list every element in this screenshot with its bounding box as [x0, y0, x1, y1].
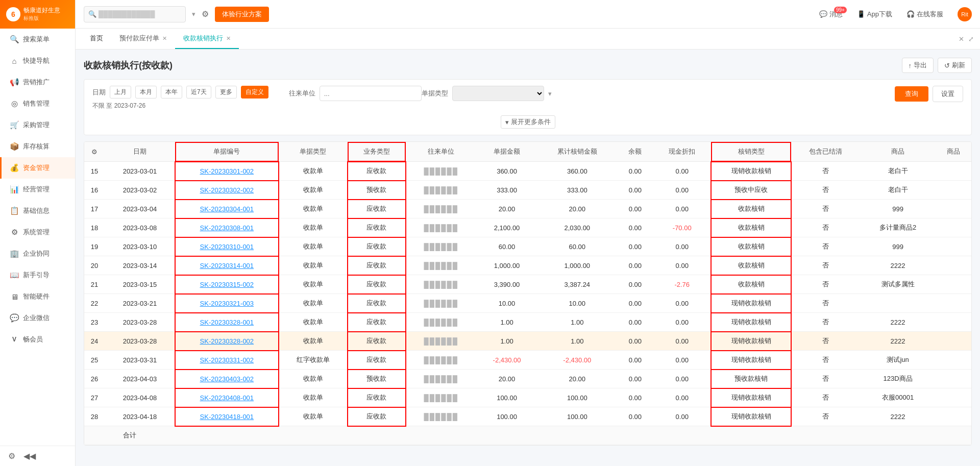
this-year-btn[interactable]: 本年 [161, 86, 182, 99]
doc-no-link[interactable]: SK-20230308-001 [200, 224, 254, 232]
query-button[interactable]: 查询 [895, 86, 928, 102]
row-include-settled: 否 [791, 332, 860, 351]
row-doc-type: 收款单 [279, 313, 348, 332]
sidebar-item-purchase[interactable]: 🛒 采购管理 [0, 114, 75, 136]
row-no: 21 [84, 275, 105, 294]
logo-icon: 6 [6, 7, 20, 21]
topbar-search-box[interactable]: 🔍 ████████████ [84, 6, 186, 22]
row-goods: 123D商品 [860, 370, 935, 388]
collapse-icon[interactable]: ◀◀ [23, 451, 36, 461]
dropdown-chevron-icon[interactable]: ▾ [192, 10, 195, 18]
industry-plan-button[interactable]: 体验行业方案 [215, 7, 269, 22]
counterparty-input[interactable] [320, 86, 422, 101]
table-row[interactable]: 192023-03-10SK-20230310-001收款单应收款██████6… [84, 237, 971, 256]
doc-no-link[interactable]: SK-20230321-003 [200, 300, 254, 307]
sidebar-item-label: 畅会员 [23, 335, 43, 344]
tab-prepay[interactable]: 预付款应付单 ✕ [111, 29, 175, 49]
doc-no-link[interactable]: SK-20230408-001 [200, 394, 254, 402]
row-doc-type: 红字收款单 [279, 351, 348, 370]
col-goods1: 商品 [860, 142, 935, 162]
online-service-area[interactable]: 🎧 在线客服 [906, 10, 943, 19]
sidebar-item-inventory[interactable]: 📦 库存核算 [0, 136, 75, 157]
doc-no-link[interactable]: SK-20230314-001 [200, 262, 254, 269]
tab-receipt-offset[interactable]: 收款核销执行 ✕ [175, 29, 239, 49]
export-label: 导出 [914, 61, 927, 70]
settings-gear-icon[interactable]: ⚙ [8, 451, 15, 461]
sidebar-item-search[interactable]: 🔍 搜索菜单 [0, 29, 75, 50]
row-balance: 0.00 [617, 218, 653, 237]
topbar-gear-icon[interactable]: ⚙ [202, 9, 209, 19]
table-row[interactable]: 182023-03-08SK-20230308-001收款单应收款██████2… [84, 218, 971, 237]
export-button[interactable]: ↑ 导出 [902, 58, 934, 73]
this-month-btn[interactable]: 本月 [135, 86, 157, 99]
table-row[interactable]: 262023-04-03SK-20230403-002收款单预收款██████2… [84, 370, 971, 388]
table-row[interactable]: 272023-04-08SK-20230408-001收款单应收款██████1… [84, 388, 971, 407]
sidebar-item-hardware[interactable]: 🖥 智能硬件 [0, 286, 75, 307]
tab-receipt-offset-close-icon[interactable]: ✕ [226, 35, 231, 42]
row-counterparty: ██████ [406, 256, 477, 275]
tab-home[interactable]: 首页 [82, 29, 111, 49]
tab-prepay-close-icon[interactable]: ✕ [162, 35, 167, 42]
sidebar-item-basic[interactable]: 📋 基础信息 [0, 200, 75, 222]
doc-no-link[interactable]: SK-20230403-002 [200, 375, 254, 383]
sidebar-item-sales[interactable]: ◎ 销售管理 [0, 93, 75, 114]
sidebar-item-operations[interactable]: 📊 经营管理 [0, 179, 75, 200]
doc-no-link[interactable]: SK-20230331-002 [200, 356, 254, 364]
table-row[interactable]: 242023-03-28SK-20230328-002收款单应收款██████1… [84, 332, 971, 351]
doc-no-link[interactable]: SK-20230302-002 [200, 186, 254, 194]
doc-no-link[interactable]: SK-20230418-001 [200, 413, 254, 421]
doc-no-link[interactable]: SK-20230315-002 [200, 281, 254, 288]
sidebar-item-wechat[interactable]: 💬 企业微信 [0, 307, 75, 329]
table-row[interactable]: 202023-03-14SK-20230314-001收款单应收款██████1… [84, 256, 971, 275]
expand-conditions-button[interactable]: ▾ 展开更多条件 [501, 115, 555, 129]
sidebar-item-quick[interactable]: ⌂ 快捷导航 [0, 50, 75, 71]
row-include-settled: 否 [791, 162, 860, 181]
table-row[interactable]: 282023-04-18SK-20230418-001收款单应收款██████1… [84, 407, 971, 426]
row-include-settled: 否 [791, 181, 860, 200]
row-doc-amount: 360.00 [477, 162, 537, 181]
table-scroll-area[interactable]: ⚙ 日期 单据编号 单据类型 业务类型 往来单位 单据金额 累计核销金额 余额 … [84, 142, 971, 445]
notification-area[interactable]: 💬 消息 99+ [819, 10, 843, 19]
maximize-window-icon[interactable]: ⤢ [968, 35, 974, 43]
column-settings-icon[interactable]: ⚙ [91, 148, 97, 156]
doc-no-link[interactable]: SK-20230304-001 [200, 205, 254, 213]
sidebar-item-system[interactable]: ⚙ 系统管理 [0, 222, 75, 243]
sidebar-item-guide[interactable]: 📖 新手引导 [0, 264, 75, 286]
doc-no-link[interactable]: SK-20230301-002 [200, 167, 254, 175]
last-7-days-btn[interactable]: 近7天 [186, 86, 211, 99]
doc-no-link[interactable]: SK-20230310-001 [200, 243, 254, 251]
table-row[interactable]: 162023-03-02SK-20230302-002收款单预收款██████3… [84, 181, 971, 200]
row-cash-discount: 0.00 [653, 388, 711, 407]
last-month-btn[interactable]: 上月 [110, 86, 131, 99]
col-gear[interactable]: ⚙ [84, 142, 105, 162]
table-row[interactable]: 152023-03-01SK-20230301-002收款单应收款██████3… [84, 162, 971, 181]
row-doc-type: 收款单 [279, 237, 348, 256]
sidebar-item-marketing[interactable]: 📢 营销推广 [0, 71, 75, 93]
table-row[interactable]: 212023-03-15SK-20230315-002收款单应收款██████3… [84, 275, 971, 294]
row-accumulated: 333.00 [537, 181, 617, 200]
more-dates-btn[interactable]: 更多 [215, 86, 237, 99]
doc-no-link[interactable]: SK-20230328-001 [200, 318, 254, 326]
row-include-settled: 否 [791, 313, 860, 332]
table-row[interactable]: 222023-03-21SK-20230321-003收款单应收款██████1… [84, 294, 971, 313]
sidebar-item-finance[interactable]: 💰 资金管理 [0, 157, 75, 179]
row-include-settled: 否 [791, 351, 860, 370]
row-goods: 2222 [860, 407, 935, 426]
sidebar-item-corp[interactable]: 🏢 企业协同 [0, 243, 75, 264]
refresh-button[interactable]: ↺ 刷新 [938, 58, 972, 73]
doc-type-select[interactable] [452, 86, 544, 101]
sidebar-item-member[interactable]: V 畅会员 [0, 329, 75, 350]
app-download-area[interactable]: 📱 App下载 [857, 10, 892, 19]
table-row[interactable]: 172023-03-04SK-20230304-001收款单应收款██████2… [84, 200, 971, 218]
table-row[interactable]: 232023-03-28SK-20230328-001收款单应收款██████1… [84, 313, 971, 332]
row-goods2 [936, 162, 971, 181]
table-row[interactable]: 252023-03-31SK-20230331-002红字收款单应收款█████… [84, 351, 971, 370]
custom-date-btn[interactable]: 自定义 [241, 86, 268, 99]
row-counterparty: ██████ [406, 407, 477, 426]
inventory-icon: 📦 [10, 142, 19, 151]
doc-no-link[interactable]: SK-20230328-002 [200, 337, 254, 345]
row-no: 22 [84, 294, 105, 313]
close-window-icon[interactable]: ✕ [959, 35, 964, 43]
filter-settings-button[interactable]: 设置 [933, 86, 963, 102]
user-area[interactable]: Rit [958, 7, 972, 21]
